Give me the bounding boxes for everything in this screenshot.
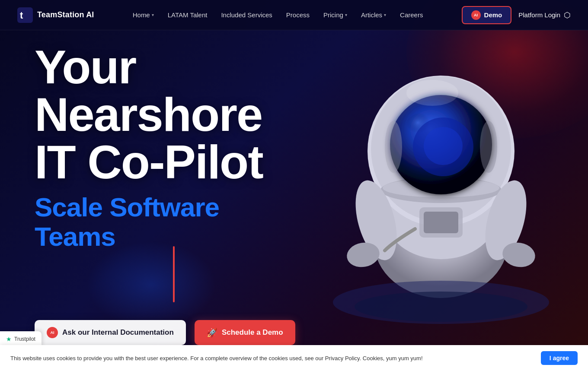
nav-careers[interactable]: Careers [400,11,423,19]
layers-icon: ⬡ [564,10,571,20]
svg-text:t: t [20,10,23,21]
trustpilot-star-icon: ★ [6,336,12,342]
ai-icon: AI [47,327,58,338]
cookie-agree-button[interactable]: I agree [541,351,578,365]
ask-docs-button[interactable]: AI Ask our Internal Documentation [35,320,186,345]
hero-subtitle: Scale Software Teams [35,193,263,251]
trustpilot-label: Trustpilot [14,336,35,342]
nav-articles[interactable]: Articles ▾ [361,11,386,19]
glow-blue-left [86,241,216,328]
nav-home[interactable]: Home ▾ [133,11,154,19]
nav-pricing[interactable]: Pricing ▾ [323,11,347,19]
chevron-down-icon: ▾ [152,13,154,17]
schedule-icon: 🚀 [207,327,217,338]
svg-point-23 [355,292,527,322]
brand-logo[interactable]: t TeamStation AI [17,7,94,23]
red-divider [173,246,175,302]
trustpilot-widget[interactable]: ★ Trustpilot [0,331,42,347]
svg-point-13 [385,121,402,173]
navbar: t TeamStation AI Home ▾ LATAM Talent Inc… [0,0,588,30]
hero-title: Your Nearshore IT Co-Pilot [35,43,263,186]
cookie-text: This website uses cookies to provide you… [10,355,532,361]
chevron-down-icon: ▾ [384,13,386,17]
svg-point-12 [424,127,463,165]
schedule-demo-button[interactable]: 🚀 Schedule a Demo [195,320,295,345]
nav-links: Home ▾ LATAM Talent Included Services Pr… [133,11,423,19]
brand-name: TeamStation AI [37,10,94,19]
demo-button[interactable]: AI Demo [462,6,512,24]
nav-actions: AI Demo Platform Login ⬡ [462,6,571,24]
cookie-banner: This website uses cookies to provide you… [0,345,588,371]
cta-buttons: AI Ask our Internal Documentation 🚀 Sche… [35,320,295,345]
platform-login-link[interactable]: Platform Login ⬡ [518,10,571,20]
hero-section: Your Nearshore IT Co-Pilot Scale Softwar… [0,0,588,371]
svg-point-15 [406,80,458,106]
logo-icon: t [17,7,33,23]
nav-latam[interactable]: LATAM Talent [168,11,208,19]
hero-content: Your Nearshore IT Co-Pilot Scale Softwar… [35,43,263,251]
astronaut-image [316,35,566,324]
nav-process[interactable]: Process [286,11,310,19]
nav-services[interactable]: Included Services [221,11,272,19]
svg-rect-17 [424,212,458,233]
chevron-down-icon: ▾ [345,13,347,17]
svg-point-14 [480,121,497,173]
ai-logo-icon: AI [471,10,481,20]
